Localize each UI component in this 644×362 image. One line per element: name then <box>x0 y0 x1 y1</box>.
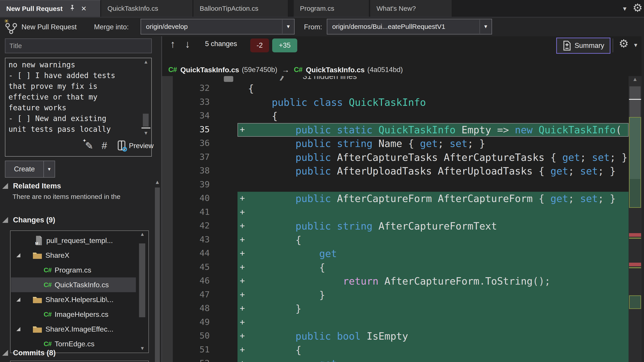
tree-item-label: ShareX.HelpersLib\... <box>46 296 114 304</box>
scroll-down-icon[interactable]: ▼ <box>137 346 148 351</box>
scrollbar-thumb[interactable] <box>139 243 145 317</box>
diff-viewer-pane: ↑ ↓ 5 changes -2 +35 Summary ⚙ ▼ C# Quic… <box>162 36 644 362</box>
chevron-down-icon[interactable]: ▼ <box>480 24 492 29</box>
tree-item-label: ShareX <box>46 251 70 260</box>
code-line-45[interactable]: 45+ { <box>162 261 628 275</box>
diff-plus-marker: + <box>240 124 245 134</box>
next-change-button[interactable]: ↓ <box>185 38 190 50</box>
code-diff-editor[interactable]: ❯ 31 hidden lines 32{33 public class Qui… <box>162 76 628 362</box>
tree-item-label: TornEdge.cs <box>54 340 94 348</box>
from-select[interactable]: origin/demos/Bui...eatePullRequestV1 ▼ <box>327 19 492 34</box>
tree-item-program-cs[interactable]: C#Program.cs <box>11 263 136 277</box>
description-scrollbar[interactable]: ▲ ▼ <box>142 59 150 138</box>
scroll-up-icon[interactable]: ▲ <box>142 59 150 65</box>
panel-scrollbar-thumb[interactable] <box>155 187 160 362</box>
line-number: 37 <box>173 152 210 162</box>
close-icon[interactable]: ✕ <box>81 5 87 12</box>
chevron-down-icon[interactable]: ▼ <box>633 42 638 48</box>
tab-label: Program.cs <box>300 5 334 12</box>
code-line-52[interactable]: 52+ get <box>162 357 628 362</box>
code-text: } <box>248 302 301 315</box>
summary-button[interactable]: Summary <box>556 37 610 54</box>
code-line-39[interactable]: 39 <box>162 178 628 192</box>
tree-item-sharex-helperslib-[interactable]: ShareX.HelpersLib\... <box>11 292 136 307</box>
summary-label: Summary <box>574 42 604 50</box>
csharp-file-icon: C# <box>294 66 302 74</box>
changes-file-tree: M↓pull_request_templ...ShareXC#Program.c… <box>10 230 149 353</box>
scroll-up-icon[interactable]: ▲ <box>137 231 148 237</box>
create-button[interactable]: Create ▼ <box>5 161 55 178</box>
code-line-50[interactable]: 50+ public bool IsEmpty <box>162 329 628 343</box>
code-line-46[interactable]: 46+ return AfterCaptureForm.ToString(); <box>162 274 628 288</box>
line-number: 40 <box>173 193 210 203</box>
code-line-41[interactable]: 41+ <box>162 206 628 220</box>
scrollbar-thumb[interactable] <box>143 114 149 127</box>
code-line-32[interactable]: 32{ <box>162 82 628 95</box>
create-dropdown-icon[interactable]: ▼ <box>44 161 54 177</box>
scroll-up-icon[interactable]: ▲ <box>628 76 642 82</box>
line-number: 42 <box>173 221 210 230</box>
code-line-38[interactable]: 38 public AfterUploadTasks AfterUploadTa… <box>162 164 628 178</box>
tab-what-s-new-[interactable]: What's New? <box>370 0 452 17</box>
svg-text:M↓: M↓ <box>35 241 40 246</box>
tree-scrollbar[interactable]: ▲ ▼ <box>137 231 148 353</box>
tab-program-cs[interactable]: Program.cs <box>294 0 369 17</box>
code-text: return AfterCaptureForm.ToString(); <box>248 275 550 288</box>
scroll-down-icon[interactable]: ▼ <box>142 130 150 136</box>
code-line-47[interactable]: 47+ } <box>162 288 628 302</box>
code-line-51[interactable]: 51+ { <box>162 343 628 357</box>
code-line-35[interactable]: 35+ public static QuickTaskInfo Empty =>… <box>162 123 628 137</box>
commits-header[interactable]: Commits (8) <box>2 349 56 357</box>
diff-map-added-block <box>629 295 641 309</box>
csharp-file-icon: C# <box>44 267 52 274</box>
pr-title-input[interactable] <box>5 38 152 53</box>
expander-icon[interactable] <box>16 253 20 257</box>
tree-item-pull-request-templ-[interactable]: M↓pull_request_templ... <box>11 233 136 248</box>
tree-item-sharex-imageeffec-[interactable]: ShareX.ImageEffec... <box>11 322 136 337</box>
ai-generate-description-button[interactable]: ✦ ✎ <box>83 140 95 152</box>
tree-item-sharex[interactable]: ShareX <box>11 248 136 263</box>
hidden-lines-label: 31 hidden lines <box>303 76 357 81</box>
tab-list-dropdown-icon[interactable]: ▼ <box>622 5 628 12</box>
code-line-44[interactable]: 44+ get <box>162 247 628 261</box>
code-line-49[interactable]: 49+ <box>162 316 628 330</box>
expander-icon[interactable] <box>2 350 8 356</box>
tree-item-imagehelpers-cs[interactable]: C#ImageHelpers.cs <box>11 307 136 322</box>
editor-scrollbar[interactable]: ▲ <box>628 76 642 362</box>
expander-icon[interactable] <box>16 327 20 331</box>
code-line-37[interactable]: 37 public AfterCaptureTasks AfterCapture… <box>162 151 628 164</box>
expander-icon[interactable] <box>2 217 8 223</box>
code-line-43[interactable]: 43+ { <box>162 233 628 247</box>
gear-icon[interactable]: ⚙ <box>632 1 643 14</box>
chevron-right-icon[interactable]: ❯ <box>278 76 285 80</box>
pin-icon[interactable] <box>68 4 76 13</box>
sparkle-icon: ✳ <box>4 19 9 24</box>
tree-item-quicktaskinfo-cs[interactable]: C#QuickTaskInfo.cs <box>11 277 136 292</box>
scroll-up-icon[interactable]: ▲ <box>154 179 161 185</box>
expander-icon[interactable] <box>16 298 20 302</box>
code-line-33[interactable]: 33 public class QuickTaskInfo <box>162 95 628 109</box>
preview-button[interactable]: Preview <box>117 139 154 153</box>
tab-new-pull-request[interactable]: New Pull Request✕ <box>0 0 101 17</box>
merge-into-value: origin/develop <box>141 23 282 30</box>
pr-description-field[interactable]: no new warnings - [ ] I have added tests… <box>8 59 136 135</box>
commit-hash-new: (4a0514bd) <box>367 66 403 74</box>
code-line-48[interactable]: 48+ } <box>162 302 628 316</box>
work-item-hash-button[interactable]: # <box>102 140 107 151</box>
previous-change-button[interactable]: ↑ <box>170 38 175 50</box>
diff-settings-gear-icon[interactable]: ⚙ <box>619 37 629 50</box>
tab-quicktaskinfo-cs[interactable]: QuickTaskInfo.cs <box>101 0 193 17</box>
code-text: { <box>248 82 254 95</box>
tab-balloontipaction-cs[interactable]: BalloonTipAction.cs <box>194 0 288 17</box>
folder-icon <box>32 251 42 259</box>
code-line-40[interactable]: 40+ public AfterCaptureForm AfterCapture… <box>162 192 628 206</box>
commit-hash-old: (59e7450b) <box>242 66 277 74</box>
code-line-34[interactable]: 34 { <box>162 109 628 123</box>
code-line-42[interactable]: 42+ public string AfterCaptureFormText <box>162 219 628 233</box>
expander-icon[interactable] <box>2 183 8 189</box>
chevron-down-icon[interactable]: ▼ <box>282 24 294 29</box>
merge-into-select[interactable]: origin/develop ▼ <box>140 19 294 34</box>
related-items-header[interactable]: Related Items <box>2 182 61 190</box>
code-line-36[interactable]: 36 public string Name { get; set; } <box>162 137 628 151</box>
changes-header[interactable]: Changes (9) <box>2 216 55 224</box>
